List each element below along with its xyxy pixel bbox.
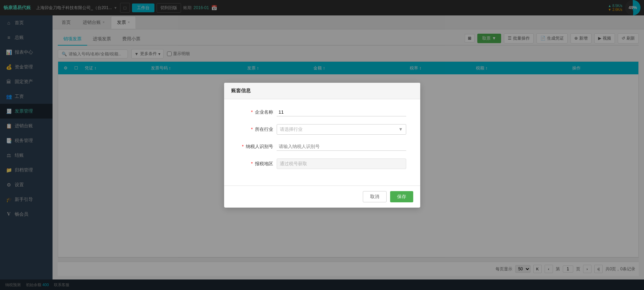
form-row-industry: * 所在行业 请选择行业 ▼	[238, 124, 406, 135]
form-row-tax-region: * 报税地区 通过税号获取	[238, 159, 406, 169]
modal-overlay: 账套信息 * 企业名称 * 所在行业 请选择行业 ▼	[0, 0, 644, 290]
tax-id-label: * 纳税人识别号	[238, 143, 277, 150]
modal-footer: 取消 保存	[224, 186, 420, 208]
save-button[interactable]: 保存	[390, 191, 413, 202]
chevron-down-icon: ▼	[399, 127, 403, 132]
required-marker: *	[242, 144, 244, 149]
tax-id-input[interactable]	[277, 142, 406, 151]
required-marker: *	[251, 127, 253, 132]
industry-placeholder: 请选择行业	[280, 126, 303, 133]
company-name-label: * 企业名称	[238, 109, 277, 115]
modal-body: * 企业名称 * 所在行业 请选择行业 ▼ *	[224, 99, 420, 186]
cancel-button[interactable]: 取消	[363, 191, 387, 202]
tax-region-input: 通过税号获取	[277, 159, 406, 169]
company-name-input[interactable]	[277, 108, 406, 116]
industry-select[interactable]: 请选择行业 ▼	[277, 124, 406, 135]
modal-account-info: 账套信息 * 企业名称 * 所在行业 请选择行业 ▼	[224, 83, 420, 208]
required-marker: *	[251, 109, 253, 115]
required-marker: *	[251, 161, 253, 166]
industry-label: * 所在行业	[238, 126, 277, 133]
modal-title: 账套信息	[224, 83, 420, 99]
tax-region-label: * 报税地区	[238, 161, 277, 167]
form-row-tax-id: * 纳税人识别号	[238, 142, 406, 151]
form-row-company-name: * 企业名称	[238, 108, 406, 116]
